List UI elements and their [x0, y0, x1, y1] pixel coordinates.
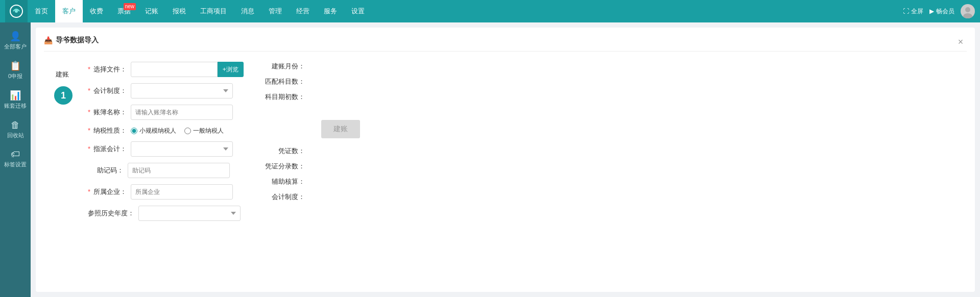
form-right-section: 建账月份： 匹配科目数： 科目期初数： 建账	[264, 62, 417, 221]
sidebar-item-label: 标签设置	[4, 161, 27, 168]
tax-type-label: * 纳税性质：	[88, 126, 127, 135]
top-navigation: 首页 客户 收费 票据 new 记账 报税 工商项目 消息 管理 经营 服务 设…	[0, 0, 980, 22]
memo-input[interactable]	[128, 163, 230, 178]
file-select-row: * 选择文件： +浏览	[88, 62, 244, 77]
subject-initial-row: 科目期初数：	[264, 92, 417, 102]
form-container: 建账 1 * 选择文件： +浏览	[44, 62, 967, 221]
form-left-section: 建账 1 * 选择文件： +浏览	[54, 62, 244, 221]
fullscreen-button[interactable]: ⛶ 全屏	[903, 7, 923, 16]
step-badge: 1	[54, 86, 73, 105]
form-fields: * 选择文件： +浏览 * 会计制度：	[88, 62, 244, 221]
nav-item-invoice[interactable]: 票据 new	[110, 0, 138, 22]
all-customers-icon: 👤	[10, 31, 21, 42]
sidebar-item-report[interactable]: 📋 0申报	[0, 56, 31, 84]
close-button[interactable]: ×	[954, 36, 967, 48]
member-button[interactable]: ▶ 畅会员	[929, 7, 954, 16]
voucher-records-row: 凭证分录数：	[264, 162, 417, 171]
main-content: 📥 导爷数据导入 × 建账 1 *	[31, 22, 980, 297]
nav-item-home[interactable]: 首页	[28, 0, 55, 22]
subject-initial-label: 科目期初数：	[264, 92, 305, 102]
file-input-group: +浏览	[131, 62, 244, 77]
nav-item-customer[interactable]: 客户	[55, 0, 83, 22]
assign-accountant-label: * 指派会计：	[88, 144, 127, 154]
history-year-select[interactable]	[138, 206, 241, 221]
svg-point-1	[15, 10, 18, 13]
report-icon: 📋	[10, 60, 21, 71]
content-panel: 📥 导爷数据导入 × 建账 1 *	[36, 28, 975, 292]
assign-accountant-row: * 指派会计：	[88, 141, 244, 157]
sidebar-item-label: 账套迁移	[4, 103, 27, 109]
voucher-records-label: 凭证分录数：	[264, 162, 305, 171]
sidebar-item-label: 0申报	[8, 73, 22, 80]
ledger-name-row: * 账簿名称：	[88, 105, 244, 120]
app-logo[interactable]	[5, 0, 28, 22]
memo-row: 助记码：	[88, 163, 244, 178]
company-row: * 所属企业：	[88, 184, 244, 200]
user-avatar[interactable]	[961, 4, 975, 18]
sidebar-item-label: 回收站	[7, 132, 24, 139]
build-account-button[interactable]: 建账	[321, 120, 360, 138]
history-year-row: 参照历史年度：	[88, 206, 244, 221]
auxiliary-label: 辅助核算：	[264, 177, 305, 186]
nav-item-tax[interactable]: 报税	[165, 0, 193, 22]
step-label: 建账	[56, 70, 69, 79]
ledger-name-input[interactable]	[131, 105, 233, 120]
recycle-icon: 🗑	[11, 120, 20, 131]
nav-item-service[interactable]: 服务	[317, 0, 344, 22]
svg-point-2	[965, 7, 970, 12]
accounting-system-select[interactable]	[131, 83, 233, 98]
memo-label: 助记码：	[88, 166, 124, 175]
account-month-label: 建账月份：	[264, 62, 305, 71]
nav-item-message[interactable]: 消息	[234, 0, 261, 22]
right-accounting-system-label: 会计制度：	[264, 192, 305, 202]
auxiliary-row: 辅助核算：	[264, 177, 417, 186]
sidebar-item-account-migration[interactable]: 📊 账套迁移	[0, 86, 31, 113]
new-badge: new	[124, 3, 136, 10]
browse-button[interactable]: +浏览	[218, 62, 244, 77]
voucher-count-row: 凭证数：	[264, 146, 417, 156]
nav-item-manage[interactable]: 管理	[261, 0, 289, 22]
tax-type-row: * 纳税性质： 小规模纳税人 一般纳税人	[88, 126, 244, 135]
tag-settings-icon: 🏷	[11, 149, 20, 160]
accounting-system-row: * 会计制度：	[88, 83, 244, 98]
accounting-system-label: * 会计制度：	[88, 86, 127, 95]
sidebar-item-recycle[interactable]: 🗑 回收站	[0, 116, 31, 143]
nav-right-area: ⛶ 全屏 ▶ 畅会员	[903, 4, 975, 18]
panel-title-text: 导爷数据导入	[56, 36, 99, 45]
assign-accountant-select[interactable]	[131, 141, 233, 157]
nav-item-charge[interactable]: 收费	[83, 0, 110, 22]
tax-radio-group: 小规模纳税人 一般纳税人	[131, 127, 224, 135]
main-layout: 👤 全部客户 📋 0申报 📊 账套迁移 🗑 回收站 🏷 标签设置 📥 导爷数据导…	[0, 22, 980, 297]
fullscreen-icon: ⛶	[903, 8, 909, 15]
account-migration-icon: 📊	[10, 90, 21, 101]
history-year-label: 参照历史年度：	[88, 209, 134, 218]
nav-item-operation[interactable]: 经营	[289, 0, 317, 22]
right-accounting-system-row: 会计制度：	[264, 192, 417, 202]
file-input[interactable]	[131, 62, 218, 77]
panel-title-icon: 📥	[44, 36, 53, 44]
company-label: * 所属企业：	[88, 187, 127, 196]
sidebar-item-all-customers[interactable]: 👤 全部客户	[0, 27, 31, 54]
match-subjects-row: 匹配科目数：	[264, 77, 417, 86]
nav-menu: 首页 客户 收费 票据 new 记账 报税 工商项目 消息 管理 经营 服务 设…	[28, 0, 372, 22]
svg-point-3	[963, 13, 972, 18]
sidebar-item-tag-settings[interactable]: 🏷 标签设置	[0, 145, 31, 172]
sidebar: 👤 全部客户 📋 0申报 📊 账套迁移 🗑 回收站 🏷 标签设置	[0, 22, 31, 297]
tax-radio-small[interactable]: 小规模纳税人	[131, 127, 176, 135]
member-icon: ▶	[929, 8, 934, 15]
file-label: * 选择文件：	[88, 65, 127, 74]
sidebar-item-label: 全部客户	[4, 43, 27, 50]
company-input[interactable]	[131, 184, 233, 200]
tax-radio-general[interactable]: 一般纳税人	[184, 127, 224, 135]
match-subjects-label: 匹配科目数：	[264, 77, 305, 86]
nav-item-business[interactable]: 工商项目	[193, 0, 234, 22]
ledger-name-label: * 账簿名称：	[88, 108, 127, 117]
voucher-count-label: 凭证数：	[264, 146, 305, 156]
nav-item-settings[interactable]: 设置	[344, 0, 372, 22]
account-month-row: 建账月份：	[264, 62, 417, 71]
panel-title-bar: 📥 导爷数据导入	[44, 36, 967, 52]
nav-item-bookkeeping[interactable]: 记账	[138, 0, 165, 22]
